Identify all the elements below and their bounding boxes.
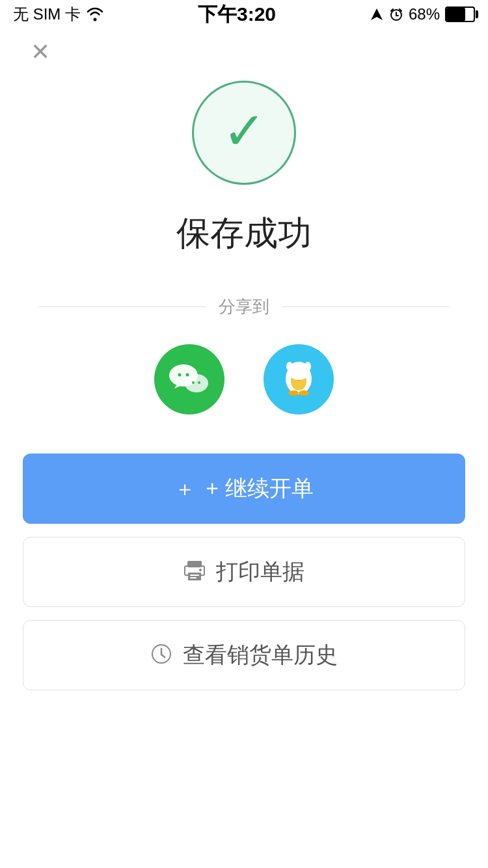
- share-divider: 分享到: [0, 295, 488, 318]
- divider-line-right: [282, 306, 449, 307]
- success-title: 保存成功: [176, 211, 312, 256]
- svg-point-7: [185, 374, 208, 392]
- svg-point-20: [286, 362, 293, 371]
- no-sim-text: 无 SIM 卡: [13, 4, 81, 25]
- svg-point-29: [199, 569, 202, 571]
- continue-button[interactable]: ＋ + 继续开单: [23, 454, 465, 524]
- battery-icon: [445, 7, 475, 22]
- wechat-share-button[interactable]: [154, 344, 224, 414]
- success-circle: ✓: [192, 81, 296, 185]
- history-icon: [150, 643, 172, 668]
- svg-point-9: [186, 373, 189, 377]
- svg-point-23: [299, 390, 309, 396]
- close-button[interactable]: ✕: [23, 35, 57, 69]
- wifi-icon: [86, 7, 104, 21]
- share-section: 分享到: [0, 295, 488, 414]
- wechat-icon: [168, 361, 211, 398]
- share-label: 分享到: [219, 295, 269, 318]
- svg-point-22: [288, 390, 299, 396]
- qq-icon: [280, 359, 317, 400]
- qq-share-button[interactable]: [264, 344, 334, 414]
- action-buttons: ＋ + 继续开单 打印单据: [23, 454, 465, 690]
- checkmark-icon: ✓: [223, 105, 266, 157]
- printer-icon: [183, 561, 206, 584]
- svg-marker-0: [371, 8, 383, 20]
- continue-label: + 继续开单: [206, 474, 313, 504]
- svg-rect-28: [190, 577, 197, 578]
- close-icon: ✕: [31, 40, 50, 64]
- status-bar: 无 SIM 卡 下午3:20 68%: [0, 0, 488, 29]
- battery-fill: [446, 8, 465, 21]
- alarm-icon: [389, 7, 403, 21]
- history-button[interactable]: 查看销货单历史: [23, 620, 465, 690]
- main-content: ✓ 保存成功 分享到: [0, 29, 488, 690]
- status-left: 无 SIM 卡: [13, 4, 104, 25]
- plus-icon: ＋: [174, 478, 195, 499]
- print-button[interactable]: 打印单据: [23, 537, 465, 607]
- status-right: 68%: [370, 5, 475, 23]
- svg-point-21: [305, 362, 311, 371]
- history-label: 查看销货单历史: [183, 640, 338, 670]
- svg-rect-26: [188, 573, 201, 580]
- status-time: 下午3:20: [198, 1, 276, 28]
- svg-point-10: [192, 381, 195, 384]
- svg-point-11: [198, 381, 200, 384]
- print-label: 打印单据: [216, 557, 305, 587]
- location-icon: [370, 7, 384, 21]
- svg-rect-27: [190, 575, 199, 576]
- divider-line-left: [39, 306, 206, 307]
- svg-point-8: [178, 373, 182, 377]
- battery-percent: 68%: [409, 5, 440, 23]
- share-icons: [154, 344, 334, 414]
